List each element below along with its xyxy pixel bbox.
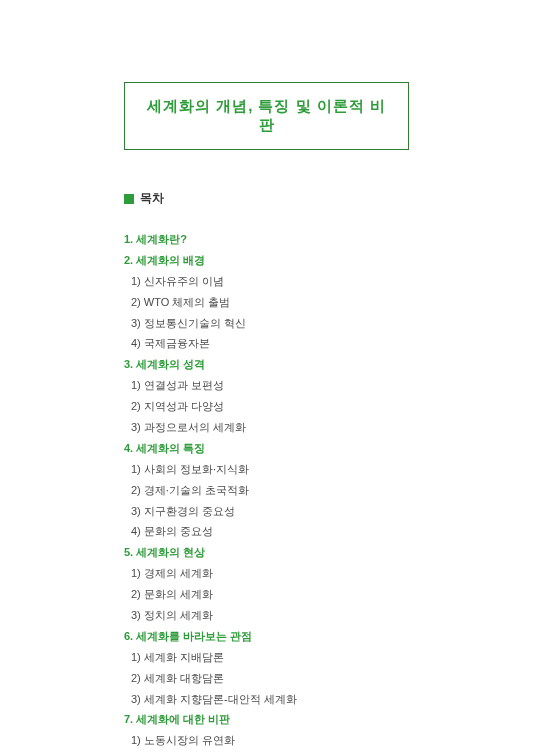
square-bullet-icon [124,194,134,204]
section-heading: 2. 세계화의 배경 [124,250,433,271]
toc-sub-item: 2) 경제·기술의 초국적화 [124,480,433,501]
section-heading: 1. 세계화란? [124,229,433,250]
toc-sub-item: 1) 신자유주의 이념 [124,271,433,292]
toc-sub-item: 1) 노동시장의 유연화 [124,730,433,751]
document-page: 세계화의 개념, 특징 및 이론적 비판 목차 1. 세계화란? 2. 세계화의… [0,0,533,754]
section-heading: 7. 세계화에 대한 비판 [124,709,433,730]
document-title: 세계화의 개념, 특징 및 이론적 비판 [145,97,388,135]
toc-sub-item: 3) 정보통신기술의 혁신 [124,313,433,334]
toc-sub-item: 1) 연결성과 보편성 [124,375,433,396]
toc-sub-item: 3) 과정으로서의 세계화 [124,417,433,438]
section-heading: 6. 세계화를 바라보는 관점 [124,626,433,647]
toc-sub-item: 3) 지구환경의 중요성 [124,501,433,522]
toc-sub-item: 4) 문화의 중요성 [124,521,433,542]
toc-sub-item: 2) 세계화 대항담론 [124,668,433,689]
toc-sub-item: 4) 국제금융자본 [124,333,433,354]
section-heading: 4. 세계화의 특징 [124,438,433,459]
toc-content: 1. 세계화란? 2. 세계화의 배경 1) 신자유주의 이념 2) WTO 체… [124,229,433,754]
toc-sub-item: 3) 정치의 세계화 [124,605,433,626]
toc-sub-item: 2) 지역성과 다양성 [124,396,433,417]
toc-sub-item: 1) 세계화 지배담론 [124,647,433,668]
title-box: 세계화의 개념, 특징 및 이론적 비판 [124,82,409,150]
toc-header: 목차 [124,190,433,207]
toc-sub-item: 2) WTO 체제의 출범 [124,292,433,313]
toc-sub-item: 2) 문화의 세계화 [124,584,433,605]
toc-sub-item: 1) 경제의 세계화 [124,563,433,584]
toc-sub-item: 3) 세계화 지향담론-대안적 세계화 [124,689,433,710]
toc-sub-item: 1) 사회의 정보화·지식화 [124,459,433,480]
section-heading: 3. 세계화의 성격 [124,354,433,375]
section-heading: 5. 세계화의 현상 [124,542,433,563]
toc-label: 목차 [140,190,164,207]
